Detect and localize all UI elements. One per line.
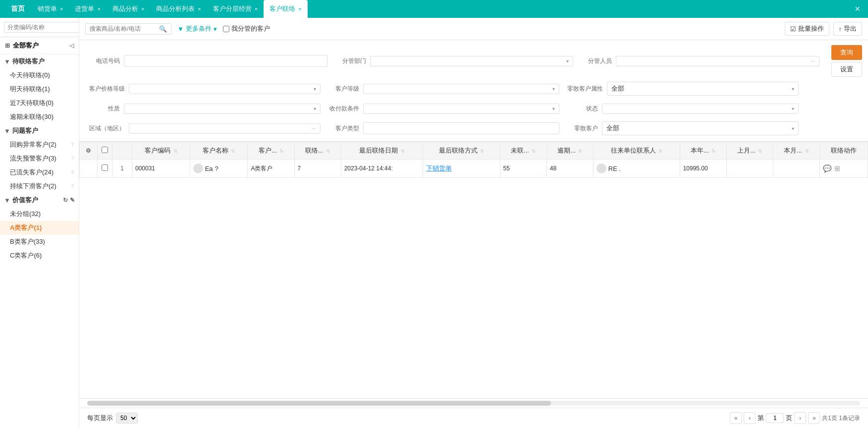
export-button[interactable]: ↑ 导出 (833, 22, 863, 36)
col-no-contact[interactable]: 未联... ⇅ (500, 142, 546, 160)
settings-button[interactable]: 设置 (831, 62, 862, 77)
region-label: 区域（地区） (89, 124, 129, 133)
close-customer-segment[interactable]: × (255, 6, 258, 12)
sidebar-item-churned[interactable]: 已流失客户(24) ? (0, 165, 79, 179)
dept-label: 分管部门 (335, 57, 370, 65)
my-customers-checkbox[interactable] (223, 26, 229, 32)
dept-select[interactable]: ▾ (370, 56, 574, 66)
row-select[interactable] (102, 164, 108, 171)
close-product-analysis-list[interactable]: × (198, 6, 201, 12)
tab-product-analysis[interactable]: 商品分析 × (107, 0, 150, 18)
sidebar-item-repurchase-anomaly[interactable]: 回购异常客户(2) ? (0, 138, 79, 152)
filter-row-3: 性质 ▾ 收付款条件 ▾ 状态 (85, 101, 862, 116)
scroll-track (87, 401, 860, 406)
sort-overdue[interactable]: ⇅ (578, 148, 582, 154)
tab-customer-segment[interactable]: 客户分层经营 × (207, 0, 264, 18)
col-last-month[interactable]: 上月... ⇅ (726, 142, 773, 160)
section-pending-contact[interactable]: ▼ 待联络客户 (0, 54, 79, 68)
close-all-tabs[interactable]: × (851, 4, 864, 14)
col-contact-person[interactable]: 往来单位联系人 ⇅ (593, 142, 680, 160)
close-purchase-order[interactable]: × (97, 6, 100, 12)
sort-name[interactable]: ⇅ (231, 148, 235, 154)
sidebar-item-tomorrow[interactable]: 明天待联络(1) (0, 82, 79, 96)
sidebar-item-c-class[interactable]: C类客户(6) (0, 249, 79, 263)
nature-select[interactable]: ▾ (124, 104, 321, 114)
sidebar-item-declining[interactable]: 持续下滑客户(2) ? (0, 179, 79, 193)
select-all-checkbox[interactable] (102, 147, 108, 153)
sidebar-item-7days[interactable]: 近7天待联络(0) (0, 96, 79, 110)
sidebar-collapse-icon[interactable]: ◁ (69, 42, 74, 49)
home-tab[interactable]: 首页 (4, 4, 32, 13)
section-problem-customers[interactable]: ▼ 问题客户 (0, 124, 79, 138)
sidebar-item-overdue[interactable]: 逾期未联络(30) (0, 110, 79, 124)
tab-sales-order[interactable]: 销货单 × (32, 0, 69, 18)
my-customers-filter[interactable]: 我分管的客户 (223, 24, 270, 33)
retail-attr-select[interactable]: 全部 ▾ (607, 82, 799, 96)
filter-search-input[interactable] (90, 25, 159, 32)
last-page-button[interactable]: » (808, 412, 820, 424)
sort-year[interactable]: ⇅ (711, 148, 715, 154)
qr-action-icon[interactable]: ⊞ (834, 164, 840, 172)
next-page-button[interactable]: › (794, 412, 806, 424)
col-customer-code[interactable]: 客户编码 ⇅ (132, 142, 190, 160)
more-conditions-button[interactable]: ▼ 更多条件 ▾ (177, 24, 217, 33)
chat-action-icon[interactable]: 💬 (823, 164, 831, 172)
sort-person[interactable]: ⇅ (658, 148, 662, 154)
sort-last-month[interactable]: ⇅ (758, 148, 762, 154)
col-customer-level[interactable]: 客户... ⇅ (248, 142, 294, 160)
close-product-analysis[interactable]: × (141, 6, 144, 12)
col-this-month[interactable]: 本月... ⇅ (773, 142, 819, 160)
close-sales-order[interactable]: × (60, 6, 63, 12)
col-overdue[interactable]: 逾期... ⇅ (546, 142, 593, 160)
close-customer-contact[interactable]: × (298, 6, 301, 12)
filter-search-icon[interactable]: 🔍 (159, 25, 167, 33)
first-page-button[interactable]: « (730, 412, 742, 424)
col-last-contact-method[interactable]: 最后联络方式 ⇅ (423, 142, 500, 160)
customer-type-input[interactable] (363, 122, 560, 134)
tab-product-analysis-list[interactable]: 商品分析列表 × (150, 0, 207, 18)
batch-operation-button[interactable]: ☑ 批量操作 (785, 22, 829, 36)
sort-date[interactable]: ⇅ (401, 148, 405, 154)
sidebar-item-unclassified[interactable]: 未分组(32) (0, 207, 79, 221)
customer-level-select[interactable]: ▾ (363, 84, 560, 94)
section-value-customers[interactable]: ▼ 价值客户 ↻ ✎ (0, 193, 79, 207)
payment-select[interactable]: ▾ (363, 104, 560, 114)
col-this-year[interactable]: 本年... ⇅ (680, 142, 726, 160)
sidebar-search-input[interactable] (4, 22, 79, 33)
manager-input[interactable]: ··· (616, 56, 819, 66)
edit-icon[interactable]: ✎ (70, 197, 75, 204)
prev-page-button[interactable]: ‹ (744, 412, 756, 424)
sidebar-item-churn-warning[interactable]: 流失预警客户(3) ? (0, 152, 79, 165)
sort-level[interactable]: ⇅ (279, 148, 283, 154)
tab-customer-contact[interactable]: 客户联络 × (264, 0, 307, 18)
page-number-input[interactable] (766, 413, 784, 423)
refresh-icon[interactable]: ↻ (63, 197, 68, 204)
sort-contact[interactable]: ⇅ (326, 148, 330, 154)
phone-input[interactable] (124, 55, 327, 67)
row-checkbox[interactable] (98, 160, 112, 178)
scroll-thumb[interactable] (87, 401, 551, 406)
col-contact-count[interactable]: 联络... ⇅ (294, 142, 341, 160)
row-last-contact-method[interactable]: 下销货单 (423, 160, 500, 178)
sort-this-month[interactable]: ⇅ (805, 148, 809, 154)
price-level-select[interactable]: ▾ (129, 84, 321, 94)
col-last-contact-date[interactable]: 最后联络日期 ⇅ (341, 142, 423, 160)
horizontal-scrollbar[interactable] (79, 398, 868, 408)
sidebar-item-today[interactable]: 今天待联络(0) (0, 68, 79, 82)
col-settings[interactable]: ⚙ (80, 142, 98, 160)
sort-code[interactable]: ⇅ (173, 148, 177, 154)
sort-no-contact[interactable]: ⇅ (532, 148, 536, 154)
sidebar-item-b-class[interactable]: B类客户(33) (0, 235, 79, 249)
col-customer-name[interactable]: 客户名称 ⇅ (190, 142, 248, 160)
sidebar-item-a-class[interactable]: A类客户(1) (0, 221, 79, 235)
page-size-select[interactable]: 50 (116, 413, 138, 424)
retail-customer-select[interactable]: 全部 ▾ (602, 121, 799, 135)
filter-icon: ▼ (177, 25, 184, 33)
tab-purchase-order[interactable]: 进货单 × (69, 0, 106, 18)
all-customers-header[interactable]: ⊞ 全部客户 ◁ (0, 37, 79, 54)
status-select[interactable]: ▾ (602, 104, 799, 114)
region-input[interactable]: ··· (129, 123, 321, 134)
query-button[interactable]: 查询 (831, 45, 862, 60)
col-checkbox[interactable] (98, 142, 112, 160)
sort-method[interactable]: ⇅ (480, 148, 484, 154)
